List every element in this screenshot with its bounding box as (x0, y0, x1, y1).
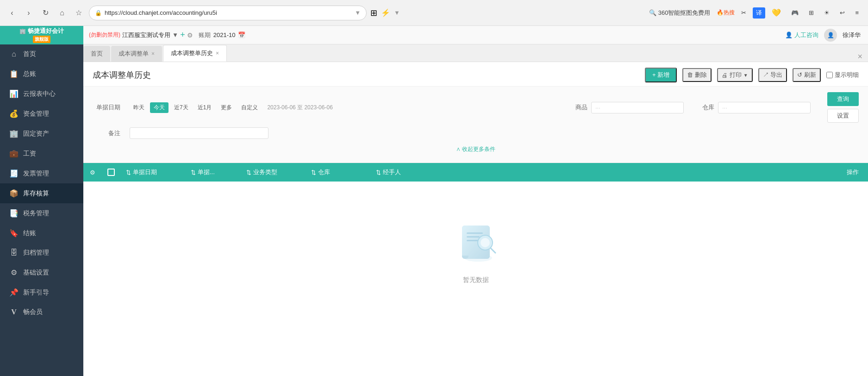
date-btn-today[interactable]: 今天 (150, 102, 169, 113)
header-period: 账期 2021-10 📅 (199, 31, 255, 39)
address-bar[interactable]: 🔒 https://cloud.chanjet.com/accounting/u… (89, 6, 367, 20)
logo-icon: 🏢 (19, 28, 26, 34)
add-company-btn[interactable]: + (180, 30, 185, 40)
grid-tool[interactable]: ⊞ (805, 7, 818, 18)
sidebar-item-reports[interactable]: 📊 云报表中心 (0, 84, 83, 104)
user-avatar: 👤 (824, 29, 837, 42)
date-range-display: 2023-06-06 至 2023-06-06 (267, 104, 332, 112)
search-tool[interactable]: 🔍 360智能抠图免费用 (645, 7, 714, 19)
sidebar-item-member[interactable]: V 畅会员 (0, 302, 83, 322)
filter-row-note: 备注 (93, 127, 859, 139)
hot-search: 🔥热搜 (717, 9, 735, 17)
new-btn[interactable]: + 新增 (645, 68, 677, 82)
currency-tool[interactable]: 💛 (768, 6, 785, 19)
consult-icon: 👤 (785, 31, 793, 38)
th-biztype[interactable]: ⇅ 业务类型 (241, 168, 306, 176)
translate-tool[interactable]: 译 (753, 7, 765, 19)
consult-btn[interactable]: 👤 人工咨询 (785, 31, 818, 39)
th-ops: 操作 (831, 168, 868, 176)
print-icon: 🖨 (722, 72, 728, 79)
filter-area: 单据日期 昨天 今天 近7天 近1月 更多 自定义 2023-06-06 至 2… (83, 87, 868, 163)
sidebar-item-guide[interactable]: 📌 新手引导 (0, 282, 83, 302)
calendar-icon[interactable]: 📅 (238, 31, 245, 38)
tab-cost-adj-hist[interactable]: 成本调整单历史 × (163, 45, 227, 62)
sidebar-item-label: 总账 (23, 70, 36, 78)
page-content: 成本调整单历史 + 新增 🗑 删除 🖨 打印 ▼ ↗ 导出 ↺ 刷新 显示明细 (83, 62, 868, 376)
theme-tool[interactable]: ☀ (820, 7, 833, 18)
sidebar-item-fixed-assets[interactable]: 🏢 固定资产 (0, 124, 83, 144)
empty-icon (448, 219, 504, 265)
company-dropdown[interactable]: ▼ (172, 31, 178, 38)
th-settings[interactable]: ⚙ (83, 169, 102, 176)
undo-tool[interactable]: ↩ (836, 7, 849, 18)
warehouse-filter-input[interactable]: ··· (718, 102, 811, 113)
dropdown-icon: ▼ (355, 9, 361, 16)
show-detail-check[interactable]: 显示明细 (826, 71, 859, 79)
goods-filter-input[interactable]: ··· (591, 102, 684, 113)
tab-cost-adj-hist-close[interactable]: × (216, 50, 219, 56)
tab-cost-adj[interactable]: 成本调整单 × (111, 46, 162, 62)
show-detail-checkbox[interactable] (826, 72, 833, 78)
th-warehouse-label: 仓库 (318, 168, 330, 176)
menu-tool[interactable]: ≡ (851, 7, 862, 18)
invoice-icon: 🧾 (9, 169, 19, 178)
settings-col-icon: ⚙ (90, 169, 95, 176)
cut-tool[interactable]: ✂ (737, 7, 750, 18)
content-area: 首页 成本调整单 × 成本调整单历史 × × 成本调整单历史 + 新增 🗑 删除 (83, 44, 868, 376)
filter-settings-btn[interactable]: 设置 (827, 109, 859, 123)
date-btn-more[interactable]: 更多 (217, 102, 236, 113)
period-label: 账期 (199, 31, 211, 39)
header-company: (勿删勿禁用) 江西服宝测试专用 ▼ + ⚙ (83, 30, 199, 40)
date-btn-yesterday[interactable]: 昨天 (130, 102, 148, 113)
lock-icon: 🔒 (95, 10, 102, 16)
date-btn-7days[interactable]: 近7天 (170, 102, 192, 113)
tab-cost-adj-close[interactable]: × (151, 50, 155, 57)
sidebar-item-general-ledger[interactable]: 📋 总账 (0, 64, 83, 84)
date-btn-1month[interactable]: 近1月 (194, 102, 216, 113)
sidebar-item-settings[interactable]: ⚙ 基础设置 (0, 263, 83, 282)
sidebar-item-archive[interactable]: 🗄 归档管理 (0, 243, 83, 263)
print-btn[interactable]: 🖨 打印 ▼ (717, 68, 753, 82)
star-button[interactable]: ☆ (72, 6, 85, 19)
th-warehouse[interactable]: ⇅ 仓库 (306, 168, 370, 176)
header-checkbox[interactable] (107, 169, 115, 176)
sidebar-item-home[interactable]: ⌂ 首页 (0, 44, 83, 64)
refresh-btn[interactable]: ↺ 刷新 (793, 68, 821, 82)
th-docno[interactable]: ⇅ 单据... (185, 168, 241, 176)
back-button[interactable]: ‹ (6, 6, 19, 19)
date-filter-btns: 昨天 今天 近7天 近1月 更多 自定义 2023-06-06 至 2023-0… (130, 102, 333, 113)
sidebar-item-inventory[interactable]: 📦 库存核算 (0, 183, 83, 203)
period-value: 2021-10 (213, 31, 236, 38)
close-all-btn[interactable]: × (852, 52, 868, 62)
sidebar-item-invoice[interactable]: 🧾 发票管理 (0, 163, 83, 183)
tax-icon: 📑 (9, 209, 19, 218)
query-btn[interactable]: 查询 (827, 92, 859, 106)
th-date[interactable]: ⇅ 单据日期 (120, 168, 185, 176)
delete-btn[interactable]: 🗑 删除 (682, 68, 712, 82)
home-button[interactable]: ⌂ (56, 6, 69, 19)
date-btn-custom[interactable]: 自定义 (237, 102, 262, 113)
collapse-btn[interactable]: ∧ 收起更多条件 (450, 144, 501, 155)
game-tool[interactable]: 🎮 (787, 7, 802, 18)
tab-home[interactable]: 首页 (83, 46, 110, 62)
fixed-assets-icon: 🏢 (9, 129, 19, 138)
goods-dots: ··· (595, 104, 600, 111)
company-settings-btn[interactable]: ⚙ (187, 31, 193, 39)
logo-sub: 旗舰版 (33, 36, 50, 43)
refresh-button[interactable]: ↻ (39, 6, 52, 19)
sidebar-item-salary[interactable]: 💼 工资 (0, 144, 83, 163)
sidebar-item-settlement[interactable]: 🔖 结账 (0, 223, 83, 243)
settlement-icon: 🔖 (9, 229, 19, 238)
th-check[interactable] (102, 169, 120, 176)
note-filter-input[interactable] (130, 127, 269, 139)
sidebar-item-funds[interactable]: 💰 资金管理 (0, 104, 83, 124)
export-btn[interactable]: ↗ 导出 (758, 68, 787, 82)
tab-home-label: 首页 (91, 50, 103, 58)
svg-line-8 (491, 248, 495, 253)
page-header: 成本调整单历史 + 新增 🗑 删除 🖨 打印 ▼ ↗ 导出 ↺ 刷新 显示明细 (83, 62, 868, 87)
sort-icon: ⇅ (191, 169, 196, 176)
sidebar-item-tax[interactable]: 📑 税务管理 (0, 203, 83, 223)
empty-text: 暂无数据 (463, 276, 489, 284)
forward-button[interactable]: › (22, 6, 35, 19)
th-person[interactable]: ⇅ 经手人 (370, 168, 435, 176)
